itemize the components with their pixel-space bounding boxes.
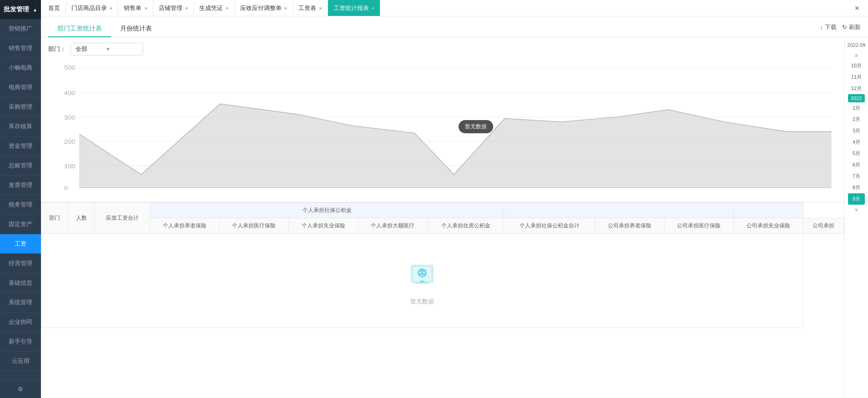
timeline-item-2022[interactable]: 2022 — [848, 94, 864, 102]
download-icon: ↓ — [820, 24, 823, 30]
th-个人承担社保公积金合计: 个人承担社保公积金合计 — [504, 218, 595, 234]
svg-text:500: 500 — [64, 64, 76, 71]
th-total-wage: 应发工资合计 — [95, 203, 150, 234]
tab-首页[interactable]: 首页 — [43, 0, 66, 16]
tab-工资表[interactable]: 工资表× — [293, 0, 328, 16]
timeline-item-8月[interactable]: 8月 — [848, 182, 864, 193]
sidebar-item-系统管理[interactable]: 系统管理 — [0, 293, 41, 312]
empty-state: 暂无数据 — [46, 237, 798, 324]
th-公司承担失业保险: 公司承担失业保险 — [734, 218, 803, 234]
timeline-item-3月[interactable]: 3月 — [848, 125, 864, 136]
sidebar-title-label: 批发管理 — [4, 5, 29, 14]
tab-label: 工资统计报表 — [333, 4, 369, 12]
sidebar-item-库存核算[interactable]: 库存核算 — [0, 117, 41, 136]
sidebar-item-工资[interactable]: 工资 — [0, 234, 41, 254]
svg-point-17 — [419, 272, 421, 273]
tab-店铺管理[interactable]: 店铺管理× — [153, 0, 194, 16]
tab-close-icon[interactable]: × — [144, 5, 147, 11]
timeline-item-7月[interactable]: 7月 — [848, 171, 864, 182]
sidebar-item-电商管理[interactable]: 电商管理 — [0, 78, 41, 97]
th-extra — [734, 203, 803, 218]
refresh-icon: ↻ — [842, 24, 847, 30]
svg-text:0: 0 — [64, 185, 68, 191]
toolbar-actions: ↓ 下载 ↻ 刷新 — [820, 23, 861, 35]
refresh-button[interactable]: ↻ 刷新 — [842, 23, 861, 31]
tab-close-icon[interactable]: × — [284, 5, 287, 11]
th-个人承担住房公积金: 个人承担住房公积金 — [428, 218, 504, 234]
timeline-item-12月[interactable]: 12月 — [848, 83, 864, 94]
tab-label: 门店商品目录 — [71, 4, 107, 12]
timeline-up-arrow[interactable]: ▲ — [852, 49, 862, 60]
sidebar-item-营销推广[interactable]: 营销推广 — [0, 19, 41, 39]
timeline-current-date[interactable]: 2022.09 — [846, 41, 868, 49]
timeline-item-5月[interactable]: 5月 — [848, 148, 864, 159]
chart-svg: 500 400 300 200 100 0 — [48, 61, 837, 197]
table-section[interactable]: 部门 人数 应发工资合计 个人承担社保公积金 个人承担养老保险个人承担医疗保险个… — [41, 202, 844, 398]
tab-门店商品目录[interactable]: 门店商品目录× — [66, 0, 118, 16]
timeline-down-arrow[interactable]: ▼ — [852, 205, 862, 216]
chevron-down-icon: ▼ — [106, 46, 111, 52]
tab-label: 工资表 — [298, 4, 316, 12]
table-empty-cell: 暂无数据 — [41, 234, 803, 328]
sub-tab-left: 部门工资统计表 月份统计表 — [48, 21, 161, 37]
timeline-item-9月[interactable]: 9月 — [848, 193, 864, 205]
tab-工资统计报表[interactable]: 工资统计报表× — [328, 0, 380, 16]
timeline-item-10月[interactable]: 10月 — [848, 60, 864, 71]
th-个人承担医疗保险: 个人承担医疗保险 — [219, 218, 289, 234]
tab-close-icon[interactable]: × — [110, 5, 112, 11]
sidebar-items: 营销推广销售管理小畅电商电商管理采购管理库存核算资金管理总账管理发票管理税务管理… — [0, 19, 41, 371]
timeline-item-1月[interactable]: 1月 — [848, 102, 864, 114]
timeline-item-6月[interactable]: 6月 — [848, 159, 864, 171]
dept-select-value: 全部 — [76, 45, 87, 53]
tab-close-icon[interactable]: × — [372, 5, 374, 11]
sidebar-item-采购管理[interactable]: 采购管理 — [0, 97, 41, 117]
tab-生成凭证[interactable]: 生成凭证× — [194, 0, 234, 16]
content-area: 部门工资统计表 月份统计表 ↓ 下载 ↻ 刷新 — [41, 16, 868, 398]
tab-close-icon[interactable]: × — [226, 5, 228, 11]
sidebar-item-资金管理[interactable]: 资金管理 — [0, 136, 41, 156]
chart-area: 500 400 300 200 100 0 — [41, 61, 844, 202]
th-company-insurance — [504, 203, 734, 218]
tab-close-icon[interactable]: × — [319, 5, 322, 11]
sidebar-item-发票管理[interactable]: 发票管理 — [0, 176, 41, 195]
sidebar-item-小畅电商[interactable]: 小畅电商 — [0, 58, 41, 78]
content-body: 部门： 全部 ▼ 500 400 300 200 100 0 — [41, 37, 868, 398]
timeline-item-11月[interactable]: 11月 — [848, 71, 864, 83]
download-button[interactable]: ↓ 下载 — [820, 23, 837, 31]
sidebar-item-总账管理[interactable]: 总账管理 — [0, 156, 41, 176]
tab-monthly-stats[interactable]: 月份统计表 — [111, 21, 161, 37]
tab-label: 销售单 — [124, 4, 141, 12]
tab-department-stats[interactable]: 部门工资统计表 — [48, 21, 111, 37]
refresh-label: 刷新 — [849, 23, 861, 31]
svg-text:400: 400 — [64, 90, 76, 96]
sidebar-item-销售管理[interactable]: 销售管理 — [0, 39, 41, 58]
timeline-item-4月[interactable]: 4月 — [848, 136, 864, 148]
svg-rect-16 — [415, 282, 429, 284]
sidebar-item-税务管理[interactable]: 税务管理 — [0, 195, 41, 215]
th-公司承担医疗保险: 公司承担医疗保险 — [664, 218, 734, 234]
table-header-row2: 个人承担养老保险个人承担医疗保险个人承担失业保险个人承担大额医疗个人承担住房公积… — [41, 218, 844, 234]
timeline-item-2月[interactable]: 2月 — [848, 114, 864, 125]
sidebar-item-云应用[interactable]: 云应用 — [0, 352, 41, 371]
sidebar-item-企业协同[interactable]: 企业协同 — [0, 312, 41, 332]
tab-close-icon[interactable]: × — [185, 5, 188, 11]
sidebar-title[interactable]: 批发管理 ▲ — [0, 0, 41, 19]
svg-text:200: 200 — [64, 138, 76, 145]
tab-销售单[interactable]: 销售单× — [118, 0, 153, 16]
sidebar-item-经营管理[interactable]: 经营管理 — [0, 254, 41, 273]
tab-应收应付调整单[interactable]: 应收应付调整单× — [235, 0, 293, 16]
tab-monthly-label: 月份统计表 — [120, 25, 152, 32]
sidebar-item-基础信息[interactable]: 基础信息 — [0, 273, 41, 293]
close-all-button[interactable]: ✕ — [852, 4, 863, 13]
content-main: 部门： 全部 ▼ 500 400 300 200 100 0 — [41, 37, 844, 398]
sidebar-toggle-arrow: ▲ — [33, 7, 37, 12]
sidebar-item-固定资产[interactable]: 固定资产 — [0, 215, 41, 234]
dept-select[interactable]: 全部 ▼ — [71, 43, 143, 55]
sidebar-settings[interactable]: ⚙ — [0, 380, 41, 398]
sidebar-item-新手引导[interactable]: 新手引导 — [0, 332, 41, 352]
svg-text:300: 300 — [64, 114, 76, 121]
th-个人承担大额医疗: 个人承担大额医疗 — [358, 218, 428, 234]
download-label: 下载 — [825, 23, 837, 31]
sidebar: 批发管理 ▲ 营销推广销售管理小畅电商电商管理采购管理库存核算资金管理总账管理发… — [0, 0, 41, 398]
timeline-panel: 2022.09 ▲ 10月11月12月20221月2月3月4月5月6月7月8月9… — [844, 37, 868, 398]
